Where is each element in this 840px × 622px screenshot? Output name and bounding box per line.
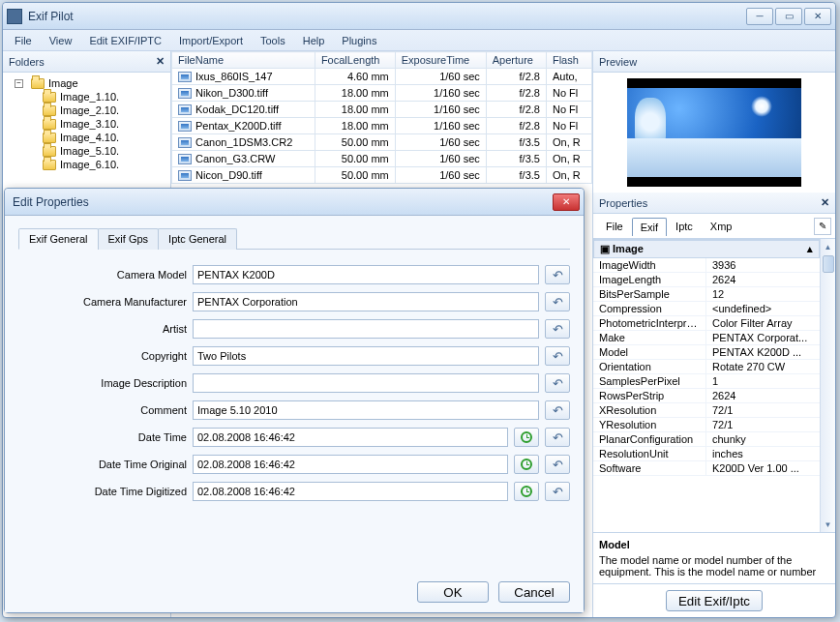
table-row[interactable]: Ixus_860IS_1474.60 mm1/60 secf/2.8Auto, bbox=[172, 69, 592, 85]
edit-exif-iptc-button[interactable]: Edit Exif/Iptc bbox=[666, 590, 763, 611]
table-row[interactable]: Nikon_D300.tiff18.00 mm1/160 secf/2.8No … bbox=[172, 85, 592, 102]
edit-icon[interactable]: ✎ bbox=[814, 218, 831, 235]
undo-button[interactable]: ↶ bbox=[545, 292, 570, 311]
menu-edit-exif-iptc[interactable]: Edit EXIF/IPTC bbox=[81, 33, 169, 48]
clock-button[interactable] bbox=[514, 482, 539, 501]
camera-model-field[interactable] bbox=[193, 265, 539, 284]
undo-button[interactable]: ↶ bbox=[545, 319, 570, 339]
folders-close-icon[interactable]: ✕ bbox=[156, 55, 165, 68]
undo-button[interactable]: ↶ bbox=[545, 455, 570, 474]
undo-button[interactable]: ↶ bbox=[545, 265, 570, 284]
menu-plugins[interactable]: Plugins bbox=[334, 33, 384, 48]
tab-xmp[interactable]: Xmp bbox=[702, 217, 741, 235]
column-header[interactable]: ExposureTime bbox=[395, 52, 486, 69]
collapse-icon[interactable]: − bbox=[15, 79, 23, 88]
artist-field[interactable] bbox=[193, 319, 539, 339]
table-row[interactable]: Canon_G3.CRW50.00 mm1/60 secf/3.5On, R bbox=[172, 151, 592, 167]
tree-item[interactable]: Image_1.10. bbox=[5, 90, 168, 104]
property-row[interactable]: YResolution72/1 bbox=[593, 418, 820, 432]
collapse-icon[interactable]: ▣ Image bbox=[600, 243, 644, 255]
form-row: Date Time Original↶ bbox=[18, 455, 570, 474]
table-row[interactable]: Pentax_K200D.tiff18.00 mm1/160 secf/2.8N… bbox=[172, 118, 592, 134]
tree-item[interactable]: Image_3.10. bbox=[5, 117, 168, 131]
clock-button[interactable] bbox=[514, 455, 539, 474]
dialog-close-button[interactable]: ✕ bbox=[553, 193, 580, 211]
column-header[interactable]: FocalLength bbox=[315, 52, 395, 69]
folder-icon bbox=[31, 78, 45, 89]
column-header[interactable]: Aperture bbox=[486, 52, 546, 69]
tree-item[interactable]: Image_5.10. bbox=[5, 144, 168, 158]
comment-field[interactable] bbox=[193, 400, 539, 420]
column-header[interactable]: FileName bbox=[172, 52, 315, 69]
chevron-up-icon[interactable]: ▴ bbox=[807, 243, 813, 255]
undo-button[interactable]: ↶ bbox=[545, 346, 570, 366]
main-titlebar: Exif Pilot ─ ▭ ✕ bbox=[3, 3, 835, 30]
table-row[interactable]: Nicon_D90.tiff50.00 mm1/60 secf/3.5On, R bbox=[172, 167, 592, 184]
tree-item[interactable]: Image_2.10. bbox=[5, 104, 168, 117]
clock-button[interactable] bbox=[514, 428, 539, 447]
tree-item[interactable]: Image_6.10. bbox=[5, 158, 168, 171]
maximize-button[interactable]: ▭ bbox=[775, 8, 802, 25]
property-row[interactable]: MakePENTAX Corporat... bbox=[593, 331, 820, 345]
property-row[interactable]: ModelPENTAX K200D ... bbox=[593, 345, 820, 360]
menu-import-export[interactable]: Import/Export bbox=[171, 33, 251, 48]
tree-item[interactable]: Image_4.10. bbox=[5, 131, 168, 144]
file-table[interactable]: FileNameFocalLengthExposureTimeApertureF… bbox=[171, 51, 592, 184]
copyright-field[interactable] bbox=[193, 346, 539, 366]
ok-button[interactable]: OK bbox=[417, 581, 489, 603]
form-row: Date Time↶ bbox=[18, 428, 570, 447]
property-row[interactable]: Compression<undefined> bbox=[593, 302, 820, 316]
undo-icon: ↶ bbox=[553, 349, 563, 364]
properties-list[interactable]: ▣ Image▴ImageWidth3936ImageLength2624Bit… bbox=[593, 239, 820, 532]
property-row[interactable]: ImageWidth3936 bbox=[593, 258, 820, 273]
menu-view[interactable]: View bbox=[42, 33, 80, 48]
property-row[interactable]: SamplesPerPixel1 bbox=[593, 374, 820, 389]
undo-icon: ↶ bbox=[553, 458, 563, 472]
tree-root[interactable]: −Image bbox=[5, 76, 168, 90]
property-row[interactable]: PhotometricInterpretaticColor Filter Arr… bbox=[593, 316, 820, 331]
undo-button[interactable]: ↶ bbox=[545, 428, 570, 447]
table-row[interactable]: Kodak_DC120.tiff18.00 mm1/160 secf/2.8No… bbox=[172, 102, 592, 118]
dialog-tabs: Exif GeneralExif GpsIptc General bbox=[18, 227, 570, 250]
image-description-field[interactable] bbox=[193, 373, 539, 393]
menu-file[interactable]: File bbox=[7, 33, 40, 48]
dialog-tab-exif-general[interactable]: Exif General bbox=[18, 228, 99, 250]
scroll-down-icon[interactable]: ▼ bbox=[821, 517, 835, 532]
tab-exif[interactable]: Exif bbox=[632, 218, 667, 236]
undo-button[interactable]: ↶ bbox=[545, 400, 570, 420]
tab-iptc[interactable]: Iptc bbox=[667, 217, 702, 235]
property-group[interactable]: ▣ Image▴ bbox=[593, 240, 820, 258]
minimize-button[interactable]: ─ bbox=[746, 8, 773, 25]
menu-help[interactable]: Help bbox=[295, 33, 333, 48]
date-time-original-field[interactable] bbox=[193, 455, 508, 474]
property-row[interactable]: OrientationRotate 270 CW bbox=[593, 360, 820, 374]
column-header[interactable]: Flash bbox=[546, 52, 591, 69]
date-time-digitized-field[interactable] bbox=[193, 482, 508, 501]
app-title: Exif Pilot bbox=[22, 10, 746, 23]
camera-manufacturer-field[interactable] bbox=[193, 292, 539, 311]
properties-scrollbar[interactable]: ▲ ▼ bbox=[820, 239, 835, 532]
property-row[interactable]: ImageLength2624 bbox=[593, 273, 820, 287]
cancel-button[interactable]: Cancel bbox=[498, 581, 570, 603]
undo-button[interactable]: ↶ bbox=[545, 482, 570, 501]
scroll-up-icon[interactable]: ▲ bbox=[821, 239, 835, 254]
undo-icon: ↶ bbox=[553, 295, 563, 310]
undo-button[interactable]: ↶ bbox=[545, 373, 570, 393]
tab-file[interactable]: File bbox=[597, 217, 632, 235]
property-row[interactable]: PlanarConfigurationchunky bbox=[593, 432, 820, 447]
menu-tools[interactable]: Tools bbox=[253, 33, 293, 48]
property-row[interactable]: XResolution72/1 bbox=[593, 403, 820, 418]
property-row[interactable]: BitsPerSample12 bbox=[593, 287, 820, 302]
properties-tabs: FileExifIptcXmp✎ bbox=[593, 214, 835, 239]
dialog-tab-iptc-general[interactable]: Iptc General bbox=[158, 228, 237, 250]
property-row[interactable]: SoftwareK200D Ver 1.00 ... bbox=[593, 461, 820, 476]
date-time-field[interactable] bbox=[193, 428, 508, 447]
properties-close-icon[interactable]: ✕ bbox=[821, 196, 829, 209]
table-row[interactable]: Canon_1DSM3.CR250.00 mm1/60 secf/3.5On, … bbox=[172, 134, 592, 151]
dialog-tab-exif-gps[interactable]: Exif Gps bbox=[98, 228, 160, 250]
close-button[interactable]: ✕ bbox=[804, 8, 831, 25]
property-row[interactable]: RowsPerStrip2624 bbox=[593, 389, 820, 403]
property-row[interactable]: ResolutionUnitinches bbox=[593, 447, 820, 461]
scroll-thumb[interactable] bbox=[823, 255, 834, 273]
field-label: Date Time Digitized bbox=[18, 486, 187, 497]
